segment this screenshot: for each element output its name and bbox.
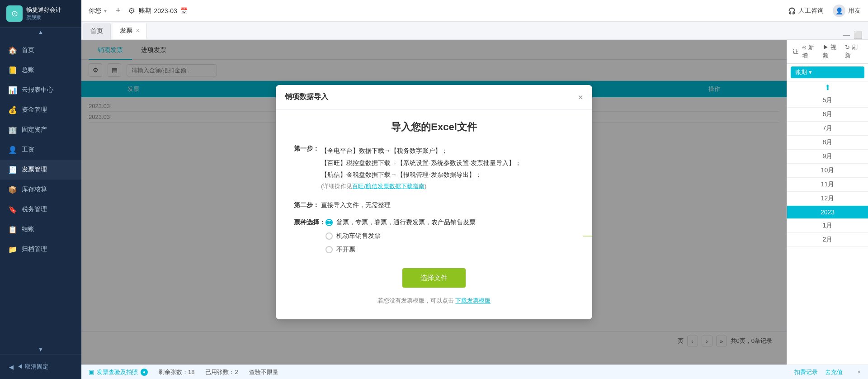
- right-panel: 证 ⊕ + 新增新增 ▶ 视频 ↻ 刷新 账期 ▾ ⬆ 5月 6月 7月: [787, 40, 868, 365]
- period-btn-row: 账期 ▾: [787, 64, 868, 81]
- sidebar-item-invoice[interactable]: 🧾 发票管理: [0, 160, 81, 180]
- month-item-7[interactable]: 7月: [787, 122, 868, 136]
- radio-circle-1: [326, 219, 333, 226]
- modal-footer-note: 若您没有发票模版，可以点击 下载发票模版: [294, 297, 574, 305]
- month-item-11[interactable]: 11月: [787, 178, 868, 192]
- maximize-icon[interactable]: ⬜: [854, 31, 863, 39]
- logo-text: 畅捷通好会计 旗舰版: [26, 6, 61, 20]
- sidebar-nav: 🏠 首页 📒 总账 📊 云报表中心 💰 资金管理 🏢 固定资产 👤 工资: [0, 37, 81, 345]
- step1-link-note: (详细操作见百旺/航信发票数据下载指南): [321, 181, 574, 192]
- modal-close-button[interactable]: ×: [578, 93, 583, 102]
- month-item-6[interactable]: 6月: [787, 108, 868, 122]
- radio-circle-2: [326, 232, 333, 240]
- settle-icon: 📋: [8, 225, 17, 234]
- sidebar-item-inventory[interactable]: 📦 库存核算: [0, 180, 81, 199]
- step1-section: 第一步： 【全电平台】数据下载→【税务数字账户】； 【百旺】税控盘数据下载→【系…: [294, 145, 574, 192]
- modal-header: 销项数据导入 ×: [276, 85, 592, 109]
- select-file-button[interactable]: 选择文件: [402, 268, 466, 288]
- sidebar-item-settle[interactable]: 📋 结账: [0, 219, 81, 239]
- salary-icon: 👤: [8, 145, 17, 154]
- modal-title: 销项数据导入: [285, 92, 328, 102]
- month-item-9[interactable]: 9月: [787, 150, 868, 164]
- user-button[interactable]: 👤 用友: [833, 5, 861, 17]
- new-btn[interactable]: ⊕ + 新增新增: [802, 43, 819, 60]
- radio-label-3: 不开票: [336, 246, 355, 254]
- tab-close-icon[interactable]: ×: [136, 28, 139, 34]
- calendar-icon[interactable]: 📅: [180, 7, 188, 14]
- recharge-link[interactable]: 去充值: [825, 368, 843, 376]
- status-close-btn[interactable]: ×: [857, 369, 861, 375]
- invoice-check: ▣ 发票查验及拍照 ●: [89, 368, 148, 376]
- month-scroll-up[interactable]: ⬆: [787, 81, 868, 94]
- archive-icon: 📁: [8, 245, 17, 254]
- period-display: 账期 2023-03 📅: [139, 7, 188, 15]
- month-item-12[interactable]: 12月: [787, 192, 868, 206]
- sidebar-item-salary[interactable]: 👤 工资: [0, 140, 81, 160]
- step2-content: 直接导入文件，无需整理: [321, 201, 574, 209]
- radio-option-1[interactable]: 普票，专票，卷票，通行费发票，农产品销售发票: [326, 218, 574, 227]
- video-btn[interactable]: ▶ 视频: [823, 43, 841, 60]
- top-bar-right: 🎧 人工咨询 👤 用友: [788, 5, 861, 17]
- unpin-button[interactable]: ◀ ◀ 取消固定: [5, 359, 77, 374]
- sidebar-scroll-down[interactable]: ▼: [0, 345, 81, 354]
- month-item-10[interactable]: 10月: [787, 164, 868, 178]
- modal-overlay: 销项数据导入 × 导入您的Excel文件 第一步： 【全: [81, 40, 787, 365]
- cert-btn[interactable]: 证: [793, 47, 798, 56]
- radio-group: 普票，专票，卷票，通行费发票，农产品销售发票 机动车销售发票: [326, 218, 574, 259]
- month-item-1[interactable]: 1月: [787, 219, 868, 233]
- check-label: 发票查验及拍照: [97, 368, 138, 376]
- settings-icon[interactable]: ⚙: [128, 6, 135, 16]
- avatar: 👤: [833, 5, 845, 17]
- step2-section: 第二步： 直接导入文件，无需整理: [294, 201, 574, 209]
- service-button[interactable]: 🎧 人工咨询: [788, 7, 824, 15]
- ticket-label: 票种选择：: [294, 218, 326, 227]
- radio-option-2[interactable]: 机动车销售发票 × 现在支持的票种多了，导入发票时别忘了: [326, 232, 574, 240]
- period-label: 账期: [139, 7, 151, 15]
- count-badge: ●: [141, 369, 148, 376]
- sidebar-scroll-up[interactable]: ▲: [0, 28, 81, 37]
- home-icon: 🏠: [8, 46, 17, 55]
- status-bar: ▣ 发票查验及拍照 ● 剩余张数：18 已用张数：2 查验不限量 扣费记录 去充…: [81, 365, 868, 379]
- sidebar: ⊙ 畅捷通好会计 旗舰版 ▲ 🏠 首页 📒 总账 📊 云报表中心 💰 资金管理: [0, 0, 81, 379]
- refresh-btn[interactable]: ↻ 刷新: [845, 43, 863, 60]
- step1-content: 【全电平台】数据下载→【税务数字账户】； 【百旺】税控盘数据下载→【系统设置-系…: [321, 145, 574, 192]
- month-list: ⬆ 5月 6月 7月 8月 9月 10月 11月 12月 2023 1月 2月: [787, 81, 868, 365]
- assets-icon: 🏢: [8, 125, 17, 134]
- deduct-record-link[interactable]: 扣费记录: [794, 368, 818, 376]
- tax-icon: 🔖: [8, 205, 17, 214]
- sidebar-bottom: ◀ ◀ 取消固定: [0, 354, 81, 379]
- chevron-down-icon: ▾: [104, 8, 107, 14]
- invoice-icon: 🧾: [8, 165, 17, 174]
- sidebar-item-reports[interactable]: 📊 云报表中心: [0, 80, 81, 100]
- reports-icon: 📊: [8, 85, 17, 95]
- sidebar-item-tax[interactable]: 🔖 税务管理: [0, 199, 81, 219]
- sidebar-item-finance[interactable]: 💰 资金管理: [0, 100, 81, 120]
- sidebar-item-home[interactable]: 🏠 首页: [0, 40, 81, 60]
- radio-option-3[interactable]: 不开票: [326, 246, 574, 254]
- month-item-2[interactable]: 2月: [787, 233, 868, 247]
- month-item-8[interactable]: 8月: [787, 136, 868, 150]
- month-item-2023[interactable]: 2023: [787, 206, 868, 219]
- month-item-5[interactable]: 5月: [787, 94, 868, 108]
- sidebar-item-ledger[interactable]: 📒 总账: [0, 60, 81, 80]
- company-selector[interactable]: 你您 ▾: [89, 7, 107, 15]
- status-links: 扣费记录 去充值: [794, 368, 843, 376]
- minimize-icon[interactable]: —: [843, 31, 850, 39]
- content-wrapper: 销项发票 进项发票 ⚙ ▤ 发票 抵扣金额 操作: [81, 40, 868, 365]
- tab-invoice[interactable]: 发票 ×: [113, 23, 147, 39]
- download-template-link[interactable]: 下载发票模版: [455, 297, 491, 304]
- tab-home[interactable]: 首页: [83, 23, 111, 39]
- sidebar-item-assets[interactable]: 🏢 固定资产: [0, 120, 81, 140]
- step1-link[interactable]: 百旺/航信发票数据下载指南: [352, 183, 425, 190]
- limit-label: 查验不限量: [249, 368, 278, 376]
- step1-row: 第一步： 【全电平台】数据下载→【税务数字账户】； 【百旺】税控盘数据下载→【系…: [294, 145, 574, 192]
- check-icon: ▣: [89, 369, 94, 375]
- period-value: 2023-03: [154, 7, 177, 14]
- sidebar-logo: ⊙ 畅捷通好会计 旗舰版: [0, 0, 81, 28]
- window-controls: — ⬜: [843, 31, 868, 39]
- sidebar-item-archive[interactable]: 📁 归档管理: [0, 239, 81, 259]
- period-button[interactable]: 账期 ▾: [791, 66, 864, 78]
- add-icon[interactable]: +: [116, 6, 121, 15]
- import-modal: 销项数据导入 × 导入您的Excel文件 第一步： 【全: [276, 85, 592, 319]
- step2-row: 第二步： 直接导入文件，无需整理: [294, 201, 574, 209]
